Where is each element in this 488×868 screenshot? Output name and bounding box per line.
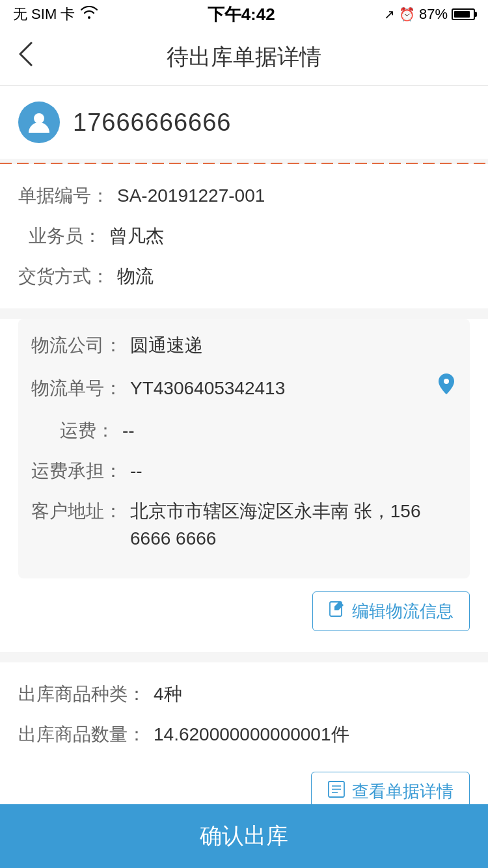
order-number-value: SA-20191227-001 <box>117 182 470 210</box>
order-number-row: 单据编号： SA-20191227-001 <box>18 182 470 210</box>
freight-bear-label: 运费承担： <box>31 457 130 485</box>
status-bar: 无 SIM 卡 下午4:42 ↗ ⏰ 87% <box>0 0 488 29</box>
confirm-button[interactable]: 确认出库 <box>0 804 488 868</box>
delivery-label: 交货方式： <box>18 263 117 290</box>
tracking-value: YT4306405342413 <box>130 375 428 402</box>
goods-type-row: 出库商品种类： 4种 <box>18 681 470 708</box>
svg-point-0 <box>34 113 44 124</box>
nav-bar: 待出库单据详情 <box>0 29 488 86</box>
delivery-value: 物流 <box>117 263 470 290</box>
freight-value: -- <box>122 417 457 444</box>
freight-bear-value: -- <box>130 457 457 485</box>
logistics-company-value: 圆通速递 <box>130 332 457 359</box>
edit-logistics-container: 编辑物流信息 <box>18 591 470 636</box>
tracking-row: 物流单号： YT4306405342413 <box>31 372 457 404</box>
salesman-label: 业务员： <box>18 223 109 250</box>
customer-phone: 17666666666 <box>73 109 231 137</box>
carrier-text: 无 SIM 卡 <box>13 5 75 24</box>
logistics-company-row: 物流公司： 圆通速递 <box>31 332 457 359</box>
avatar <box>18 102 60 143</box>
edit-logistics-button[interactable]: 编辑物流信息 <box>312 591 470 631</box>
status-right: ↗ ⏰ 87% <box>384 6 475 23</box>
tracking-label: 物流单号： <box>31 375 130 402</box>
logistics-section: 物流公司： 圆通速递 物流单号： YT4306405342413 运费： -- … <box>18 319 470 578</box>
goods-quantity-label: 出库商品数量： <box>18 721 154 748</box>
battery-icon <box>452 8 475 20</box>
battery-percent: 87% <box>419 6 448 23</box>
svg-point-3 <box>444 379 449 384</box>
goods-quantity-value: 14.620000000000001件 <box>154 721 470 748</box>
page-title: 待出库单据详情 <box>167 42 321 72</box>
goods-quantity-row: 出库商品数量： 14.620000000000001件 <box>18 721 470 748</box>
salesman-row: 业务员： 曾凡杰 <box>18 223 470 250</box>
confirm-label: 确认出库 <box>200 821 288 851</box>
wifi-icon <box>80 5 98 23</box>
logistics-company-label: 物流公司： <box>31 332 130 359</box>
status-time: 下午4:42 <box>208 3 275 26</box>
logistics-outer: 物流公司： 圆通速递 物流单号： YT4306405342413 运费： -- … <box>0 319 488 652</box>
freight-bear-row: 运费承担： -- <box>31 457 457 485</box>
salesman-value: 曾凡杰 <box>109 223 470 250</box>
dashed-divider <box>0 159 488 164</box>
alarm-icon: ⏰ <box>399 7 415 22</box>
edit-logistics-label: 编辑物流信息 <box>352 600 454 623</box>
delivery-row: 交货方式： 物流 <box>18 263 470 290</box>
goods-type-value: 4种 <box>154 681 470 708</box>
location-status-icon: ↗ <box>384 7 395 22</box>
address-row: 客户地址： 北京市市辖区海淀区永丰南 张，156 6666 6666 <box>31 498 457 552</box>
edit-icon <box>329 601 346 622</box>
customer-section: 17666666666 <box>0 86 488 159</box>
detail-icon <box>327 780 346 803</box>
address-value: 北京市市辖区海淀区永丰南 张，156 6666 6666 <box>130 498 457 552</box>
address-label: 客户地址： <box>31 498 130 525</box>
order-info-section: 单据编号： SA-20191227-001 业务员： 曾凡杰 交货方式： 物流 <box>0 164 488 308</box>
back-button[interactable] <box>18 42 33 72</box>
separator-1 <box>0 652 488 662</box>
tracking-location-icon[interactable] <box>436 372 457 404</box>
goods-type-label: 出库商品种类： <box>18 681 154 708</box>
freight-row: 运费： -- <box>31 417 457 444</box>
status-left: 无 SIM 卡 <box>13 5 98 24</box>
order-number-label: 单据编号： <box>18 182 117 210</box>
view-detail-label: 查看单据详情 <box>352 780 454 803</box>
freight-label: 运费： <box>31 417 122 444</box>
